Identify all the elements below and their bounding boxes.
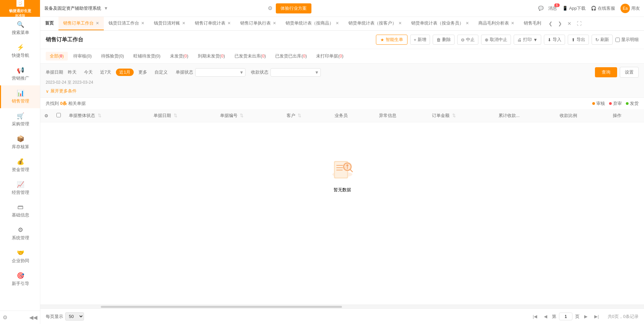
horizontal-scrollbar[interactable] [40,305,644,309]
sidebar-item-new-user[interactable]: 🎯 新手引导 [0,268,40,291]
tab-close-icon[interactable]: ✕ [466,21,469,26]
app-download-btn[interactable]: 📱 App下载 [562,5,586,11]
page-number-input[interactable] [559,313,572,320]
sub-tab-pending-review[interactable]: 待审核(0) [69,52,96,60]
cancel-audit-action[interactable]: 弃审 [609,100,622,107]
tab-close-icon[interactable]: ✕ [182,21,185,26]
settings-top-icon[interactable]: ⚙ [268,5,272,11]
sidebar-item-operations[interactable]: 📈 经营管理 [0,177,40,200]
tab-sales-order-exec[interactable]: 销售订单执行表 ✕ [235,17,281,30]
smart-create-btn[interactable]: ★ 智能生单 [376,35,407,45]
tab-close-icon[interactable]: ✕ [227,21,231,26]
tab-maximize-btn[interactable]: ⛶ [574,21,584,26]
stop-btn[interactable]: ⊖ 中止 [457,35,478,45]
tab-sales-stats-salesperson[interactable]: 销货单统计表（按业务员） ✕ [406,17,474,30]
sidebar-item-finance[interactable]: 💰 资金管理 [0,154,40,177]
tab-sales-stats-product[interactable]: 销货单统计表（按商品） ✕ [281,17,344,30]
prev-page-btn[interactable]: ◀ [542,313,549,320]
online-service-btn[interactable]: 🎧 在线客服 [591,5,615,11]
page-size-select[interactable]: 50 100 200 [65,312,84,321]
import-btn[interactable]: ⬇ 导入 [544,35,565,45]
sub-tab-not-printed[interactable]: 未打印单据(0) [312,52,347,60]
date-btn-today[interactable]: 今天 [81,69,95,76]
sidebar-item-enterprise[interactable]: 🤝 企业协同 [0,245,40,268]
tab-close-icon[interactable]: ✕ [273,21,276,26]
sub-tab-expired-not-shipped[interactable]: 到期未发货(0) [194,52,229,60]
tab-sales-order-stats[interactable]: 销售订单统计表 ✕ [190,17,235,30]
sidebar-item-basic-info[interactable]: 🗃 基础信息 [0,200,40,222]
delete-btn[interactable]: 🗑 删除 [433,35,455,45]
sub-tab-shipped-not-out[interactable]: 已发货未出库(0) [230,52,270,60]
receipt-status-select[interactable] [270,68,321,77]
sidebar-item-search[interactable]: 🔍 搜索菜单 [0,17,40,40]
tab-product-margin[interactable]: 商品毛利分析表 ✕ [474,17,519,30]
tab-close-all-btn[interactable]: ✕ [565,21,574,26]
th-checkbox [52,109,65,122]
date-btn-yesterday[interactable]: 昨天 [65,69,79,76]
sort-icon[interactable]: ⇅ [98,113,101,118]
column-settings-icon[interactable]: ⚙ [44,113,48,118]
ship-action[interactable]: 发货 [626,100,639,107]
cancel-stop-label: 取消中止 [490,37,507,43]
filter-settings-btn[interactable]: 设置 [620,67,639,78]
sidebar-item-purchase-mgmt[interactable]: 🛒 采购管理 [0,108,40,131]
tab-close-icon[interactable]: ✕ [96,21,99,26]
tab-cash-daily-clear[interactable]: 钱货日清工作台 ✕ [104,17,149,30]
main-area: 装备及固定资产辅助管理系统 ▼ ⚙ 体验行业方案 💬 6 消息 📱 App下载 … [40,0,644,324]
status-select[interactable] [195,68,246,77]
sidebar-item-system-mgmt[interactable]: ⚙ 系统管理 [0,222,40,245]
tab-sales-margin[interactable]: 销售毛利 [519,17,546,30]
audit-action[interactable]: 审核 [592,100,605,107]
sub-tab-pending-check[interactable]: 待拣验货(0) [97,52,128,60]
tab-home[interactable]: 首页 [40,17,58,30]
expand-filter-btn[interactable]: ∨ 展开更多条件 [46,88,639,94]
tab-close-icon[interactable]: ✕ [141,21,144,26]
cancel-stop-btn[interactable]: ⊕ 取消中止 [481,35,511,45]
scrollbar-thumb[interactable] [101,306,342,308]
sort-icon[interactable]: ⇅ [452,113,456,118]
tab-sales-order-workspace[interactable]: 销售订单工作台 ✕ [58,17,104,30]
empty-illustration [326,149,359,183]
export-btn[interactable]: ⬆ 导出 [568,35,589,45]
first-page-btn[interactable]: |◀ [531,313,539,320]
tab-next-btn[interactable]: ❯ [555,21,565,26]
collapse-icon[interactable]: ◀◀ [29,314,37,321]
sub-tab-label: 已发货已出库 [275,53,301,58]
sort-icon[interactable]: ⇅ [298,113,301,118]
select-all-checkbox[interactable] [56,113,61,117]
add-btn[interactable]: + 新增 [410,35,430,45]
tab-prev-btn[interactable]: ❮ [546,21,555,26]
sub-tab-not-shipped[interactable]: 未发货(0) [166,52,192,60]
sub-tab-shipped-out[interactable]: 已发货已出库(0) [271,52,311,60]
system-dropdown-icon[interactable]: ▼ [104,6,108,11]
tab-cash-reconcile[interactable]: 钱货日清对账 ✕ [149,17,190,30]
sort-icon[interactable]: ⇅ [240,113,244,118]
next-page-btn[interactable]: ▶ [582,313,590,320]
sidebar-item-inventory[interactable]: 📦 库存核算 [0,131,40,154]
show-detail-checkbox-label[interactable]: 显示明细 [615,37,639,43]
tab-close-icon[interactable]: ✕ [511,21,514,26]
experience-btn[interactable]: 体验行业方案 [276,3,311,13]
tab-sales-stats-customer[interactable]: 销货单统计表（按客户） ✕ [344,17,406,30]
date-btn-custom[interactable]: 自定义 [152,69,170,76]
print-dropdown-icon[interactable]: ▼ [533,37,538,42]
show-detail-checkbox[interactable] [615,38,620,42]
print-btn[interactable]: 🖨 打印 ▼ [514,35,541,45]
date-btn-1month[interactable]: 近1月 [116,69,134,76]
tab-close-icon[interactable]: ✕ [336,21,339,26]
user-menu-btn[interactable]: Ea 用友 [620,4,640,13]
message-btn[interactable]: 💬 6 消息 [538,5,557,11]
settings-bottom-icon[interactable]: ⚙ [3,314,7,321]
sort-icon[interactable]: ⇅ [174,113,177,118]
last-page-btn[interactable]: ▶| [592,313,601,320]
sidebar-item-marketing[interactable]: 📢 营销推广 [0,63,40,85]
tab-close-icon[interactable]: ✕ [398,21,402,26]
sub-tab-wangpu[interactable]: 旺铺待发货(0) [129,52,165,60]
refresh-btn[interactable]: ↻ 刷新 [592,35,613,45]
date-btn-7days[interactable]: 近7天 [97,69,114,76]
sidebar-item-quick-nav[interactable]: ⚡ 快捷导航 [0,40,40,63]
date-btn-more[interactable]: 更多 [136,69,150,76]
query-btn[interactable]: 查询 [595,67,617,77]
sub-tab-all[interactable]: 全部(0) [46,52,68,60]
sidebar-item-sales-mgmt[interactable]: 📊 销售管理 [0,85,40,108]
